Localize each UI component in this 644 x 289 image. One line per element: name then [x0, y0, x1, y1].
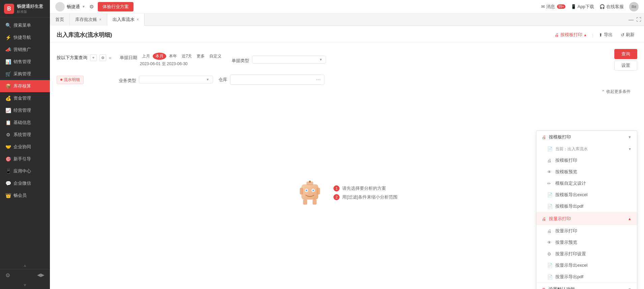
sidebar-item-sales[interactable]: 📊 销售管理: [0, 56, 50, 68]
sidebar-item-member[interactable]: 👑 畅会员: [0, 189, 50, 202]
sidebar-item-operations[interactable]: 📈 经营管理: [0, 104, 50, 116]
refresh-btn[interactable]: ↺ 刷新: [618, 30, 637, 39]
system-icon: ⚙: [5, 132, 11, 137]
default-function-title: ⚙ 设置默认功能: [542, 286, 575, 289]
template-print-header[interactable]: 🖨 按模板打印 ▼: [536, 131, 637, 143]
svg-rect-2: [317, 188, 320, 194]
empty-step-1: 1 请先选择要分析的方案: [333, 185, 397, 191]
date-this-month-btn[interactable]: 本月: [153, 53, 166, 60]
biz-type-select[interactable]: ▼: [139, 76, 213, 83]
settings-button[interactable]: 设置: [614, 60, 637, 71]
user-name: 畅捷通: [67, 4, 80, 10]
date-field-control: 上月 本月 本年 近7天 更多 自定义 2023-06-01 至 2023-06…: [140, 53, 224, 67]
tab-home[interactable]: 首页: [50, 14, 70, 26]
logo-icon: B: [4, 4, 14, 14]
sidebar-item-label: 采购管理: [13, 71, 31, 77]
sidebar: B 畅捷通好生意 标准版 🔍 搜索菜单 ⚡ 快捷导航 📣 营销推广 📊 销售管理…: [0, 0, 50, 289]
template-preview-item[interactable]: 👁 按模板预览: [536, 166, 637, 178]
sidebar-item-inventory[interactable]: 📦 库存核算: [0, 80, 50, 92]
svg-point-8: [313, 190, 314, 191]
doc-type-select[interactable]: ▼: [252, 56, 326, 63]
user-info[interactable]: 畅捷通 ▼: [55, 2, 85, 11]
sidebar-item-enterprise[interactable]: 🤝 企业协同: [0, 141, 50, 153]
sidebar-item-guide[interactable]: 🎯 新手引导: [0, 153, 50, 165]
export-btn[interactable]: ⬆ 导出: [596, 30, 615, 39]
template-custom-icon: ✏: [547, 181, 553, 186]
tab-inout-flow[interactable]: 出入库流水 ×: [107, 14, 145, 26]
sidebar-item-system[interactable]: ⚙ 系统管理: [0, 129, 50, 141]
date-last-month-btn[interactable]: 上月: [140, 53, 152, 60]
template-print-label: 按模板打印: [555, 157, 577, 163]
settings-bottom-icon[interactable]: ⚙: [5, 272, 10, 279]
default-function-arrow: ▼: [628, 287, 632, 289]
tab-batch-account-close[interactable]: ×: [99, 17, 101, 22]
empty-container: 1 请先选择要分析的方案 2 用[过滤]条件来缩小分析范围: [296, 178, 397, 208]
collapse-more-button[interactable]: ⌃ 收起更多条件: [602, 89, 631, 95]
tab-inout-flow-close[interactable]: ×: [137, 17, 139, 22]
export-icon: ⬆: [599, 32, 603, 37]
template-print-item[interactable]: 🖨 按模板打印: [536, 155, 637, 166]
message-item[interactable]: ✉ 消息 99+: [541, 4, 565, 10]
main-content: 出入库流水(流水明细) 🖨 按模板打印 ▲ | ⬆ 导出 ↺ 刷新: [50, 26, 644, 289]
app-download-item[interactable]: 📱 App下载: [571, 4, 594, 10]
query-button[interactable]: 查询: [614, 49, 637, 59]
sidebar-item-marketing[interactable]: 📣 营销推广: [0, 44, 50, 56]
collapse-sidebar-icon[interactable]: ◀▶: [37, 272, 45, 279]
top-header: 畅捷通 ▼ ⚙ 体验行业方案 ✉ 消息 99+ 📱 App下载 🎧 在线客服 R…: [50, 0, 644, 14]
display-export-excel-item[interactable]: 📄 按显示导出excel: [536, 260, 637, 271]
filter-add-button[interactable]: +: [90, 54, 97, 61]
sidebar-item-search-menu[interactable]: 🔍 搜索菜单: [0, 19, 50, 31]
display-print-header[interactable]: 🖨 按显示打印 ▲: [536, 212, 637, 225]
tab-minimize-icon[interactable]: —: [628, 17, 634, 22]
filter-row-2: 流水明细 业务类型 ▼ 仓库 ···: [57, 73, 637, 87]
sidebar-scroll-down: ▼: [0, 281, 50, 289]
user-avatar-right[interactable]: Rit: [629, 2, 639, 11]
basic-info-icon: 📋: [5, 120, 11, 125]
display-print-settings-label: 按显示打印设置: [555, 251, 586, 257]
export-label: 导出: [604, 32, 613, 38]
online-service-item[interactable]: 🎧 在线客服: [599, 4, 624, 10]
sidebar-item-wecom[interactable]: 💬 企业微信: [0, 177, 50, 189]
display-print-settings-item[interactable]: ⚙ 按显示打印设置: [536, 248, 637, 260]
warehouse-select[interactable]: ···: [230, 75, 324, 85]
sidebar-item-label: 系统管理: [13, 132, 31, 138]
empty-state-illustration: [296, 178, 323, 208]
template-export-pdf-item[interactable]: 📄 按模板导出pdf: [536, 201, 637, 212]
tab-batch-account[interactable]: 库存批次账 ×: [70, 14, 107, 26]
sidebar-item-finance[interactable]: 💰 资金管理: [0, 92, 50, 104]
phone-icon: 📱: [571, 4, 576, 9]
purchase-icon: 🛒: [5, 71, 11, 77]
header-gear-icon[interactable]: ⚙: [89, 4, 94, 10]
default-function-section: ⚙ 设置默认功能 ▼: [536, 283, 637, 289]
template-export-excel-item[interactable]: 📄 按模板导出excel: [536, 189, 637, 201]
sidebar-scroll-up: ▲: [0, 262, 50, 269]
sidebar-item-purchase[interactable]: 🛒 采购管理: [0, 68, 50, 80]
display-export-pdf-item[interactable]: 📄 按显示导出pdf: [536, 271, 637, 283]
doc-type-label: 单据类型: [232, 56, 249, 64]
page-header: 出入库流水(流水明细) 🖨 按模板打印 ▲ | ⬆ 导出 ↺ 刷新: [50, 26, 644, 43]
svg-point-7: [306, 190, 308, 191]
trial-button[interactable]: 体验行业方案: [98, 2, 134, 11]
display-print-title: 🖨 按显示打印: [542, 216, 571, 222]
sidebar-item-label: 销售管理: [13, 59, 31, 65]
sidebar-item-basic-info[interactable]: 📋 基础信息: [0, 116, 50, 129]
date-quick-buttons: 上月 本月 本年 近7天 更多 自定义: [140, 53, 224, 60]
sidebar-item-app-center[interactable]: 📱 应用中心: [0, 165, 50, 177]
default-function-header[interactable]: ⚙ 设置默认功能 ▼: [536, 283, 637, 289]
date-custom-btn[interactable]: 自定义: [207, 53, 224, 60]
tab-maximize-icon[interactable]: ⛶: [636, 17, 641, 22]
print-template-btn[interactable]: 🖨 按模板打印 ▲: [552, 30, 590, 39]
date-7days-btn[interactable]: 近7天: [180, 53, 194, 60]
template-custom-item[interactable]: ✏ 模板自定义设计: [536, 178, 637, 189]
sidebar-item-quick-nav[interactable]: ⚡ 快捷导航: [0, 31, 50, 44]
filter-collapse-btn[interactable]: «: [109, 55, 112, 60]
query-action-area: 查询 设置: [614, 49, 637, 71]
date-more-btn[interactable]: 更多: [195, 53, 207, 60]
date-this-year-btn[interactable]: 本年: [167, 53, 179, 60]
print-template-label: 按模板打印: [560, 32, 582, 38]
filter-settings-button[interactable]: ⚙: [99, 54, 106, 61]
display-print-item[interactable]: 🖨 按显示打印: [536, 225, 637, 237]
display-preview-item[interactable]: 👁 按显示预览: [536, 237, 637, 248]
display-export-excel-icon: 📄: [547, 263, 553, 268]
sidebar-nav: 🔍 搜索菜单 ⚡ 快捷导航 📣 营销推广 📊 销售管理 🛒 采购管理 📦 库存核…: [0, 18, 50, 262]
